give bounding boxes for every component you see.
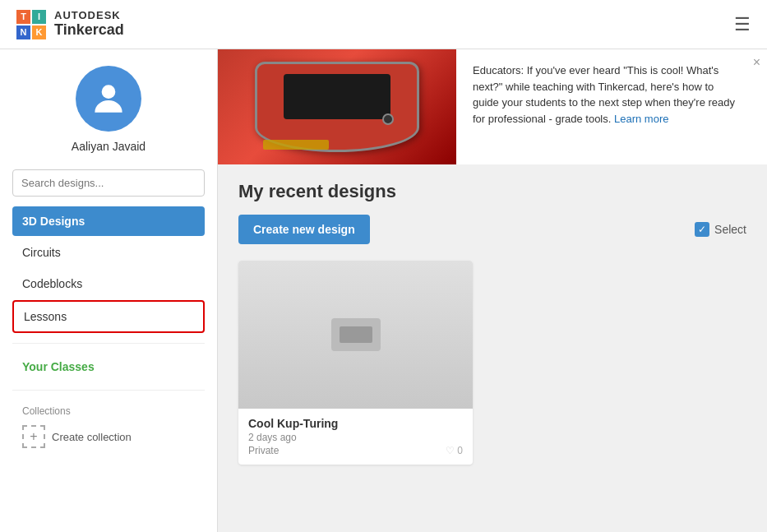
- avatar-section: Aaliyan Javaid: [12, 66, 205, 169]
- collection-add-icon: +: [22, 425, 45, 448]
- divider-2: [12, 390, 205, 391]
- banner: Educators: If you've ever heard "This is…: [218, 49, 767, 164]
- banner-message: Educators: If you've ever heard "This is…: [473, 64, 735, 125]
- designs-section-title: My recent designs: [238, 181, 746, 202]
- logo-k: K: [32, 25, 46, 39]
- svg-point-0: [102, 85, 116, 99]
- username: Aaliyan Javaid: [72, 140, 146, 153]
- design-card-info: Cool Kup-Turing 2 days ago Private ♡ 0: [238, 409, 473, 465]
- main-content: Educators: If you've ever heard "This is…: [218, 49, 767, 532]
- search-input[interactable]: [12, 169, 205, 197]
- menu-icon[interactable]: ☰: [734, 14, 751, 35]
- design-name: Cool Kup-Turing: [248, 417, 338, 430]
- collections-label: Collections: [12, 399, 205, 420]
- divider-1: [12, 343, 205, 344]
- heart-icon: ♡: [446, 445, 455, 456]
- designs-toolbar: Create new design Select: [238, 215, 746, 244]
- avatar: [76, 66, 141, 132]
- select-label: Select: [714, 223, 746, 236]
- banner-text: Educators: If you've ever heard "This is…: [456, 49, 767, 164]
- logo: T I N K: [16, 10, 46, 39]
- design-likes: ♡ 0: [446, 445, 463, 456]
- table-row[interactable]: Cool Kup-Turing 2 days ago Private ♡ 0: [238, 261, 473, 465]
- create-collection-label: Create collection: [52, 431, 132, 443]
- banner-image: [218, 49, 456, 164]
- logo-t: T: [16, 10, 30, 24]
- banner-learn-more-link[interactable]: Learn more: [614, 113, 668, 125]
- design-card-thumbnail: [238, 261, 473, 409]
- sidebar-item-lessons[interactable]: Lessons: [12, 300, 205, 333]
- close-banner-button[interactable]: ×: [753, 56, 760, 69]
- sidebar: Aaliyan Javaid 3D Designs Circuits Codeb…: [0, 49, 218, 532]
- logo-i: I: [32, 10, 46, 24]
- select-area[interactable]: Select: [695, 222, 746, 237]
- sidebar-item-codeblocks[interactable]: Codeblocks: [12, 269, 205, 298]
- designs-grid: Cool Kup-Turing 2 days ago Private ♡ 0: [238, 261, 746, 465]
- banner-device-graphic: [247, 58, 427, 156]
- create-collection[interactable]: + Create collection: [12, 420, 205, 453]
- svg-rect-2: [340, 326, 372, 343]
- user-icon: [88, 78, 129, 119]
- design-card-meta: Cool Kup-Turing 2 days ago Private: [248, 417, 338, 456]
- design-thumbnail-icon: [323, 302, 389, 368]
- designs-section: My recent designs Create new design Sele…: [218, 164, 767, 481]
- design-likes-count: 0: [457, 445, 463, 456]
- design-date: 2 days ago: [248, 432, 338, 443]
- sidebar-item-3d-designs[interactable]: 3D Designs: [12, 206, 205, 236]
- select-checkbox[interactable]: [695, 222, 709, 237]
- header: T I N K AUTODESK Tinkercad ☰: [0, 0, 767, 49]
- sidebar-item-circuits[interactable]: Circuits: [12, 238, 205, 267]
- create-new-design-button[interactable]: Create new design: [238, 215, 370, 244]
- sidebar-nav: 3D Designs Circuits Codeblocks Lessons: [12, 206, 205, 335]
- your-classes[interactable]: Your Classes: [12, 352, 205, 382]
- product-name: Tinkercad: [54, 22, 124, 39]
- main-layout: Aaliyan Javaid 3D Designs Circuits Codeb…: [0, 49, 767, 532]
- brand-name: AUTODESK: [54, 10, 124, 21]
- logo-n: N: [16, 25, 30, 39]
- header-title: AUTODESK Tinkercad: [54, 10, 124, 38]
- design-privacy: Private: [248, 445, 338, 456]
- header-left: T I N K AUTODESK Tinkercad: [16, 10, 124, 39]
